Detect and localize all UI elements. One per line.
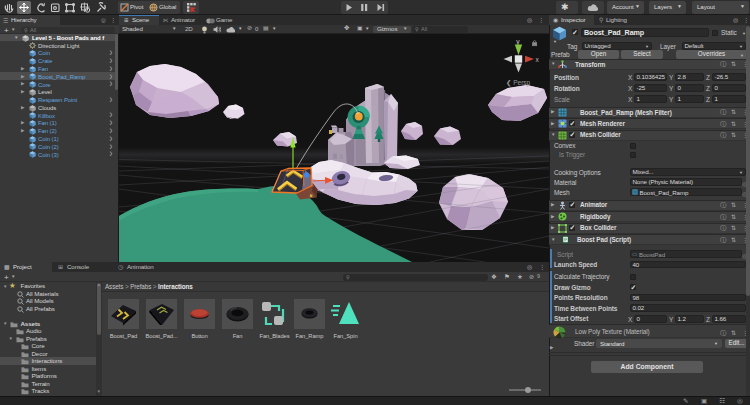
svg-text:❮ Persp: ❮ Persp: [506, 79, 531, 87]
